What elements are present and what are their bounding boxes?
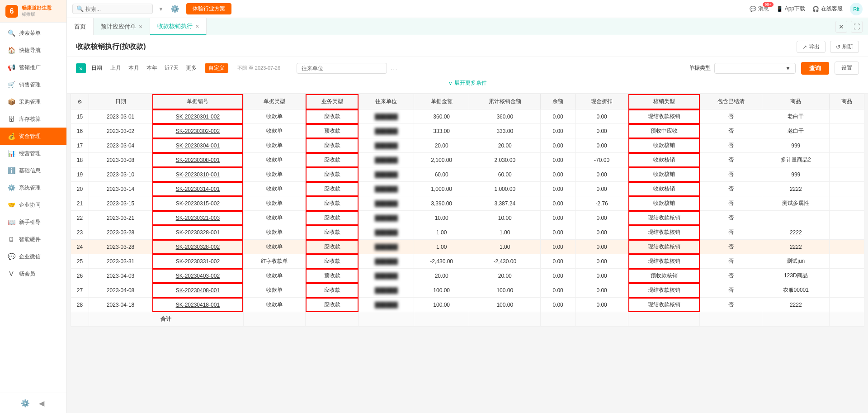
sidebar-item-member[interactable]: V 畅会员 <box>0 265 66 282</box>
date-btn-近7天[interactable]: 近7天 <box>162 63 181 73</box>
cell-bill-no[interactable]: SK-20230321-003 <box>152 211 243 225</box>
tab-home-label: 首页 <box>74 23 86 31</box>
cell-bill-no[interactable]: SK-20230408-001 <box>152 283 243 298</box>
finance-icon: 💰 <box>7 132 15 140</box>
sidebar-item-search[interactable]: 🔍 搜索菜单 <box>0 24 66 42</box>
col-settings-icon[interactable]: ⚙ <box>77 99 82 105</box>
query-button[interactable]: 查询 <box>801 62 829 75</box>
cell-writeoff-type: 收款核销 <box>628 196 700 211</box>
cell-amount: 3,390.00 <box>414 196 469 211</box>
cell-unit: ██████ <box>359 182 414 196</box>
table-footer: 合计 <box>71 312 864 327</box>
settings-bottom-icon[interactable]: ⚙️ <box>19 397 32 409</box>
cell-bill-no[interactable]: SK-20230328-001 <box>152 225 243 240</box>
cell-bill-type: 收款单 <box>243 138 306 153</box>
cell-bill-type: 收款单 <box>243 109 306 124</box>
col-header-8: 余额 <box>541 94 576 109</box>
sidebar-item-corp[interactable]: 🤝 企业协同 <box>0 196 66 214</box>
cell-bill-no[interactable]: SK-20230314-001 <box>152 182 243 196</box>
cell-bill-type: 收款单 <box>243 182 306 196</box>
cell-discount: 0.00 <box>575 283 628 298</box>
tab-home[interactable]: 首页 <box>67 18 94 35</box>
cell-product: 测试多属性 <box>762 196 830 211</box>
sidebar-item-inventory[interactable]: 🗄 库存核算 <box>0 110 66 128</box>
sidebar-item-finance[interactable]: 💰 资金管理 <box>0 128 66 145</box>
col-header-10: 核销类型 <box>628 94 700 109</box>
cell-writeoff-type: 现结收款核销 <box>628 225 700 240</box>
tab-expand-icon[interactable]: ⛶ <box>851 21 863 33</box>
dropdown-arrow-icon[interactable]: ▼ <box>158 6 164 12</box>
tab-prepay[interactable]: 预计应应付单 × <box>94 18 150 35</box>
sidebar-item-sales[interactable]: 🛒 销售管理 <box>0 76 66 93</box>
cell-no: 23 <box>71 225 89 240</box>
date-btn-本月[interactable]: 本月 <box>126 63 142 73</box>
cell-bill-no[interactable]: SK-20230301-002 <box>152 109 243 124</box>
cell-bill-no[interactable]: SK-20230315-002 <box>152 196 243 211</box>
content-area: 收款核销执行(按收款) ↗ 导出 ↺ 刷新 » 日期 上月本月本年近7天更多 自… <box>67 35 868 413</box>
brand-name: 畅康道好生意 <box>22 5 52 11</box>
cell-writeoff-type: 现结收款核销 <box>628 211 700 225</box>
sidebar-label-search: 搜索菜单 <box>19 29 41 37</box>
sidebar-item-marketing[interactable]: 📢 营销推广 <box>0 59 66 76</box>
cell-amount: 360.00 <box>414 109 469 124</box>
sidebar-item-nav[interactable]: 🏠 快捷导航 <box>0 42 66 59</box>
expand-more-button[interactable]: ∨ 展开更多条件 <box>76 77 859 89</box>
cell-included: 否 <box>700 240 762 254</box>
cell-discount: -70.00 <box>575 153 628 167</box>
sidebar-item-operation[interactable]: 📊 经营管理 <box>0 145 66 162</box>
date-btn-更多[interactable]: 更多 <box>183 63 199 73</box>
custom-date-button[interactable]: 自定义 <box>205 63 228 73</box>
solution-button[interactable]: 体验行业方案 <box>186 3 231 14</box>
cell-balance: 0.00 <box>541 182 576 196</box>
cell-bill-no[interactable]: SK-20230403-002 <box>152 269 243 283</box>
cell-bill-no[interactable]: SK-20230328-002 <box>152 240 243 254</box>
search-input[interactable] <box>85 6 149 12</box>
messages-button[interactable]: 💬 消息 99+ <box>750 5 769 13</box>
sidebar-item-system[interactable]: ⚙️ 系统管理 <box>0 179 66 196</box>
cell-bill-no[interactable]: SK-20230310-001 <box>152 167 243 182</box>
cell-date: 2023-03-31 <box>89 254 152 269</box>
filter-toggle-button[interactable]: » <box>76 63 86 73</box>
cell-product-img <box>830 182 864 196</box>
search-icon: 🔍 <box>7 29 15 37</box>
refresh-button[interactable]: ↺ 刷新 <box>830 41 859 53</box>
unit-select-dots[interactable]: ... <box>391 65 398 71</box>
cell-amount: 20.00 <box>414 269 469 283</box>
user-avatar[interactable]: Rit <box>850 3 863 15</box>
sidebar-item-wechat[interactable]: 💬 企业微信 <box>0 248 66 265</box>
sidebar-label-wechat: 企业微信 <box>19 253 41 261</box>
settings-button[interactable]: 设置 <box>835 62 859 75</box>
tab-prepay-close[interactable]: × <box>139 24 142 30</box>
cell-no: 18 <box>71 153 89 167</box>
footer-cell-11 <box>700 312 762 327</box>
cell-bill-no[interactable]: SK-20230304-001 <box>152 138 243 153</box>
cell-bill-no[interactable]: SK-20230331-002 <box>152 254 243 269</box>
table-row: 232023-03-28SK-20230328-001收款单应收款██████1… <box>71 225 864 240</box>
table-row: 242023-03-28SK-20230328-002收款单应收款██████1… <box>71 240 864 254</box>
collapse-icon[interactable]: ◀ <box>35 397 48 409</box>
cell-bill-no[interactable]: SK-20230418-001 <box>152 298 243 312</box>
cell-product: 123D商品 <box>762 269 830 283</box>
gear-icon[interactable]: ⚙️ <box>169 3 181 15</box>
cell-amount: 100.00 <box>414 283 469 298</box>
sidebar-item-basic[interactable]: ℹ️ 基础信息 <box>0 162 66 179</box>
cell-discount: 0.00 <box>575 211 628 225</box>
sidebar-item-hardware[interactable]: 🖥 智能硬件 <box>0 231 66 248</box>
tab-collection-close[interactable]: × <box>195 23 199 29</box>
bill-type-select[interactable]: ▼ <box>714 63 796 74</box>
cell-bill-no[interactable]: SK-20230302-002 <box>152 124 243 138</box>
export-button[interactable]: ↗ 导出 <box>797 41 826 53</box>
app-download-button[interactable]: 📱 App下载 <box>776 5 805 13</box>
date-btn-本年[interactable]: 本年 <box>144 63 160 73</box>
search-bar[interactable]: 🔍 <box>72 4 153 14</box>
online-service-button[interactable]: 🎧 在线客服 <box>812 5 843 13</box>
tab-bar: 首页 预计应应付单 × 收款核销执行 × ✕ ⛶ <box>67 18 868 35</box>
cell-bill-no[interactable]: SK-20230308-001 <box>152 153 243 167</box>
sidebar-item-purchase[interactable]: 📦 采购管理 <box>0 93 66 110</box>
unit-input[interactable] <box>297 63 387 74</box>
table-row: 262023-04-03SK-20230403-002收款单预收款██████2… <box>71 269 864 283</box>
sidebar-item-guide[interactable]: 📖 新手引导 <box>0 214 66 231</box>
tab-collection[interactable]: 收款核销执行 × <box>150 18 207 35</box>
tab-close-icon[interactable]: ✕ <box>835 21 847 33</box>
date-btn-上月[interactable]: 上月 <box>108 63 124 73</box>
